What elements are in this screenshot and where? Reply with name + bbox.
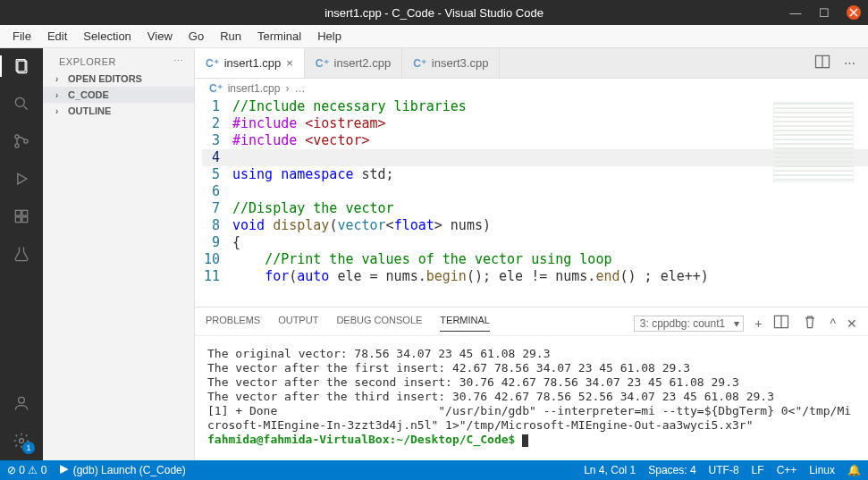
svg-point-11 xyxy=(20,439,24,443)
terminal-selector[interactable]: 3: cppdbg: count1 ▾ xyxy=(634,316,744,332)
svg-rect-6 xyxy=(15,210,21,215)
tab-close-icon[interactable]: × xyxy=(286,56,293,70)
window-controls: — ☐ xyxy=(789,5,861,20)
svg-point-3 xyxy=(15,135,19,139)
menu-file[interactable]: File xyxy=(5,27,38,46)
maximize-icon[interactable]: ☐ xyxy=(818,6,830,19)
sidebar-header: EXPLORER ⋯ xyxy=(43,48,194,71)
menu-edit[interactable]: Edit xyxy=(40,27,74,46)
maximize-panel-icon[interactable]: ^ xyxy=(830,316,836,331)
explorer-title: EXPLORER xyxy=(59,56,116,67)
panel-tab-problems[interactable]: PROBLEMS xyxy=(206,315,260,332)
sidebar-section-c_code[interactable]: ›C_CODE xyxy=(43,87,194,103)
sidebar-section-outline[interactable]: ›OUTLINE xyxy=(43,103,194,119)
minimize-icon[interactable]: — xyxy=(789,6,802,19)
tab-insert1-cpp[interactable]: C⁺insert1.cpp× xyxy=(195,48,305,78)
status-item[interactable]: LF xyxy=(752,464,764,476)
new-terminal-icon[interactable]: + xyxy=(754,316,762,331)
status-item[interactable]: Ln 4, Col 1 xyxy=(584,464,636,476)
tab-insert3-cpp[interactable]: C⁺insert3.cpp xyxy=(402,48,500,78)
extensions-icon[interactable] xyxy=(11,206,32,227)
status-item[interactable]: Spaces: 4 xyxy=(648,464,695,476)
more-icon[interactable]: ⋯ xyxy=(173,55,184,67)
editor-area: C⁺insert1.cpp×C⁺insert2.cppC⁺insert3.cpp… xyxy=(195,48,868,460)
run-debug-icon[interactable] xyxy=(11,168,32,189)
panel-tab-debug-console[interactable]: DEBUG CONSOLE xyxy=(336,315,422,332)
terminal[interactable]: The original vector: 78.56 34.07 23 45 6… xyxy=(195,336,868,460)
status-item[interactable]: ⯈ (gdb) Launch (C_Code) xyxy=(59,464,185,476)
close-panel-icon[interactable]: ✕ xyxy=(847,316,857,331)
editor-body[interactable]: 1//Include necessary libraries2#include … xyxy=(195,98,868,307)
status-item[interactable]: UTF-8 xyxy=(709,464,739,476)
search-icon[interactable] xyxy=(11,93,32,114)
kill-terminal-icon[interactable] xyxy=(801,313,819,333)
menu-help[interactable]: Help xyxy=(310,27,349,46)
status-item[interactable]: C++ xyxy=(777,464,797,476)
activity-bar: 1 xyxy=(0,48,43,460)
menubar: FileEditSelectionViewGoRunTerminalHelp xyxy=(0,25,868,48)
account-icon[interactable] xyxy=(11,392,32,414)
menu-go[interactable]: Go xyxy=(181,27,211,46)
svg-rect-9 xyxy=(22,217,28,223)
close-icon[interactable] xyxy=(847,5,861,20)
svg-point-2 xyxy=(15,97,24,106)
window-title: insert1.cpp - C_Code - Visual Studio Cod… xyxy=(324,6,544,20)
tab-insert2-cpp[interactable]: C⁺insert2.cpp xyxy=(305,48,402,78)
svg-rect-7 xyxy=(22,210,28,215)
breadcrumb-file: insert1.cpp xyxy=(228,82,281,95)
minimap[interactable] xyxy=(773,102,854,182)
sidebar-section-open-editors[interactable]: ›OPEN EDITORS xyxy=(43,71,194,87)
panel-tab-output[interactable]: OUTPUT xyxy=(278,315,318,332)
split-terminal-icon[interactable] xyxy=(772,313,790,333)
status-item[interactable]: 🔔 xyxy=(847,464,861,476)
more-editor-icon[interactable]: ⋯ xyxy=(844,56,855,70)
menu-run[interactable]: Run xyxy=(213,27,249,46)
test-icon[interactable] xyxy=(11,243,32,265)
sidebar: EXPLORER ⋯ ›OPEN EDITORS›C_CODE›OUTLINE xyxy=(43,48,195,460)
split-editor-icon[interactable] xyxy=(813,53,831,73)
menu-terminal[interactable]: Terminal xyxy=(250,27,308,46)
panel: PROBLEMSOUTPUTDEBUG CONSOLETERMINAL 3: c… xyxy=(195,307,868,460)
status-item[interactable]: ⊘ 0 ⚠ 0 xyxy=(7,464,46,476)
breadcrumb[interactable]: C⁺ insert1.cpp › … xyxy=(195,79,868,98)
editor-tabs: C⁺insert1.cpp×C⁺insert2.cppC⁺insert3.cpp… xyxy=(195,48,868,79)
statusbar: ⊘ 0 ⚠ 0⯈ (gdb) Launch (C_Code) Ln 4, Col… xyxy=(0,460,868,480)
svg-point-10 xyxy=(19,397,25,403)
menu-view[interactable]: View xyxy=(140,27,180,46)
svg-point-5 xyxy=(24,139,28,143)
menu-selection[interactable]: Selection xyxy=(76,27,138,46)
svg-rect-8 xyxy=(15,217,21,223)
status-item[interactable]: Linux xyxy=(809,464,835,476)
explorer-icon[interactable] xyxy=(11,55,32,77)
panel-tabs: PROBLEMSOUTPUTDEBUG CONSOLETERMINAL 3: c… xyxy=(195,307,868,336)
titlebar: insert1.cpp - C_Code - Visual Studio Cod… xyxy=(0,0,868,25)
source-control-icon[interactable] xyxy=(11,131,32,152)
settings-icon[interactable]: 1 xyxy=(11,430,32,451)
settings-badge: 1 xyxy=(22,442,35,454)
svg-point-4 xyxy=(15,144,19,147)
panel-tab-terminal[interactable]: TERMINAL xyxy=(440,315,490,332)
